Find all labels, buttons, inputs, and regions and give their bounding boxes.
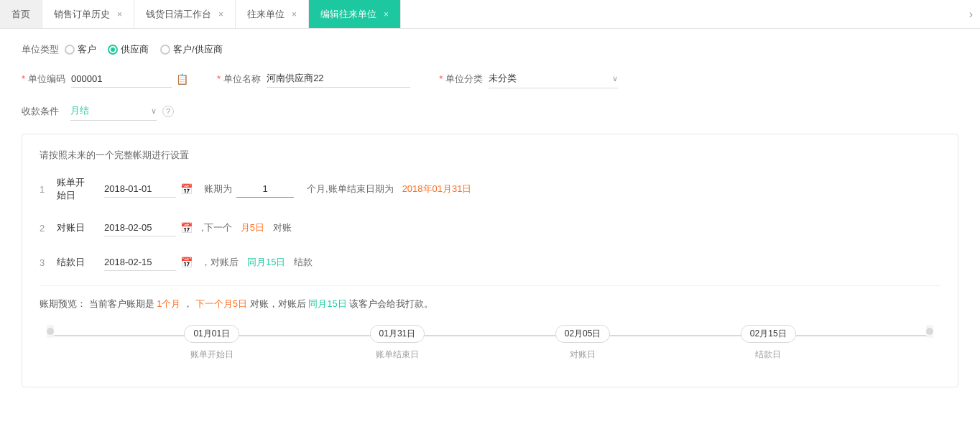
- unit-category-dropdown[interactable]: 未分类 ∨: [489, 69, 618, 88]
- tab-sales-history-label: 销售订单历史: [54, 8, 110, 21]
- unit-code-group: * 单位编码 📋: [22, 70, 188, 88]
- period-row-1: 1 账单开始日 📅 账期为 个月,账单结束日期为 2018年01月31日: [40, 176, 940, 202]
- timeline-node-4: 02月15日 结款日: [741, 325, 796, 361]
- unit-code-required: *: [22, 73, 25, 84]
- unit-name-input[interactable]: [267, 70, 410, 88]
- period-desc-suffix-1: 个月,账单结束日期为: [307, 183, 394, 196]
- period-reconcile-calendar-icon[interactable]: 📅: [180, 222, 193, 234]
- payment-term-row: 收款条件 月结 ∨ ?: [22, 101, 958, 121]
- period-type-label-2: 对账日: [57, 221, 93, 234]
- radio-customer-circle: [65, 45, 75, 55]
- main-content: 单位类型 客户 供应商 客户/供应商 * 单位编码 📋 * 单位名称: [0, 29, 980, 437]
- tab-sales-history-close[interactable]: ×: [117, 9, 122, 19]
- unit-type-row: 单位类型 客户 供应商 客户/供应商: [22, 43, 958, 56]
- unit-category-value: 未分类: [489, 72, 608, 85]
- period-months-input[interactable]: [236, 180, 294, 198]
- preview-text-suffix: 该客户会给我打款。: [349, 298, 433, 309]
- timeline-right-dot: [926, 328, 933, 335]
- preview-text-mid2: 对账，对账后: [250, 298, 306, 309]
- period-type-label-3: 结款日: [57, 256, 93, 269]
- tab-sales-history[interactable]: 销售订单历史 ×: [42, 0, 134, 28]
- period-settings-box: 请按照未来的一个完整帐期进行设置 1 账单开始日 📅 账期为 个月,账单结束日期…: [22, 134, 958, 387]
- preview-settle-date: 同月15日: [308, 298, 346, 309]
- tab-bar: 首页 销售订单历史 × 钱货日清工作台 × 往来单位 × 编辑往来单位 × ›: [0, 0, 980, 29]
- unit-category-label: 单位分类: [445, 73, 483, 86]
- radio-supplier-circle: [108, 45, 118, 55]
- payment-term-label: 收款条件: [22, 105, 59, 118]
- timeline-items: 01月01日 账单开始日 01月31日 账单结束日 02月05日 对账日: [47, 325, 933, 361]
- unit-code-input[interactable]: [71, 70, 172, 88]
- radio-both-circle: [160, 45, 170, 55]
- period-settle-day-highlight: 同月15日: [247, 256, 285, 269]
- timeline-right-endpoint: [926, 325, 933, 338]
- tab-home-label: 首页: [11, 8, 30, 21]
- unit-category-group: * 单位分类 未分类 ∨: [439, 69, 618, 88]
- radio-supplier[interactable]: 供应商: [108, 43, 149, 56]
- tab-cash-work-label: 钱货日清工作台: [146, 8, 211, 21]
- tab-edit-partner-close[interactable]: ×: [384, 9, 389, 19]
- tab-partner-label: 往来单位: [247, 8, 285, 21]
- unit-name-required: *: [217, 73, 221, 84]
- period-settle-calendar-icon[interactable]: 📅: [180, 257, 193, 268]
- preview-period-months: 1个月: [157, 298, 180, 309]
- tab-home[interactable]: 首页: [0, 0, 42, 28]
- help-icon[interactable]: ?: [162, 106, 174, 117]
- period-row-3: 3 结款日 📅 ，对账后 同月15日 结款: [40, 254, 940, 271]
- timeline-left-dot: [47, 328, 54, 335]
- radio-both[interactable]: 客户/供应商: [160, 43, 223, 56]
- timeline-node-1: 01月01日 账单开始日: [184, 325, 239, 361]
- preview-section: 账期预览： 当前客户账期是 1个月 ， 下一个月5日 对账，对账后 同月15日 …: [40, 285, 940, 372]
- period-num-2: 2: [40, 223, 57, 234]
- unit-fields-row: * 单位编码 📋 * 单位名称 * 单位分类 未分类 ∨: [22, 69, 958, 88]
- period-desc-suffix-2: 对账: [273, 221, 292, 234]
- unit-name-label: 单位名称: [223, 73, 261, 86]
- tab-partner-close[interactable]: ×: [292, 9, 297, 19]
- radio-customer-label: 客户: [78, 43, 96, 56]
- period-settle-date-input[interactable]: [104, 254, 176, 271]
- period-desc-prefix-3: ，对账后: [201, 256, 239, 269]
- period-start-calendar-icon[interactable]: 📅: [180, 183, 193, 195]
- timeline-badge-1: 01月01日: [184, 325, 239, 343]
- tab-cash-work-close[interactable]: ×: [218, 9, 223, 19]
- tab-partner[interactable]: 往来单位 ×: [236, 0, 309, 28]
- timeline-label-2: 账单结束日: [376, 349, 419, 361]
- radio-supplier-label: 供应商: [121, 43, 149, 56]
- timeline-label-1: 账单开始日: [190, 349, 234, 361]
- timeline-badge-3: 02月05日: [555, 325, 611, 343]
- period-desc-prefix-1: 账期为: [204, 183, 232, 196]
- unit-code-calendar-icon[interactable]: 📋: [176, 73, 188, 85]
- timeline-label-3: 对账日: [570, 349, 596, 361]
- timeline-node-3: 02月05日 对账日: [555, 325, 611, 361]
- period-reconcile-day-highlight: 月5日: [241, 221, 264, 234]
- period-end-date-highlight: 2018年01月31日: [402, 183, 472, 196]
- preview-text-mid1: ，: [183, 298, 193, 309]
- timeline-label-4: 结款日: [755, 349, 781, 361]
- radio-customer[interactable]: 客户: [65, 43, 96, 56]
- payment-term-dropdown[interactable]: 月结 ∨: [70, 101, 157, 121]
- period-desc-prefix-2: ,下一个: [201, 221, 232, 234]
- preview-label: 账期预览：: [40, 298, 86, 309]
- timeline-left-endpoint: [47, 325, 54, 338]
- payment-term-arrow: ∨: [151, 106, 157, 116]
- unit-type-radio-group: 客户 供应商 客户/供应商: [65, 43, 223, 56]
- tab-edit-partner-label: 编辑往来单位: [320, 8, 376, 21]
- timeline-container: 01月01日 账单开始日 01月31日 账单结束日 02月05日 对账日: [40, 325, 940, 361]
- period-box-title: 请按照未来的一个完整帐期进行设置: [40, 149, 940, 162]
- tab-more-button[interactable]: ›: [962, 0, 980, 28]
- unit-code-label: 单位编码: [28, 73, 65, 86]
- period-type-label-1: 账单开始日: [57, 176, 93, 202]
- period-reconcile-date-input[interactable]: [104, 219, 176, 236]
- period-start-date-input[interactable]: [104, 180, 176, 198]
- unit-category-required: *: [439, 73, 443, 84]
- preview-text-prefix: 当前客户账期是: [89, 298, 154, 309]
- preview-text: 账期预览： 当前客户账期是 1个月 ， 下一个月5日 对账，对账后 同月15日 …: [40, 298, 940, 310]
- timeline-badge-4: 02月15日: [741, 325, 796, 343]
- unit-type-label: 单位类型: [22, 43, 59, 56]
- period-row-2: 2 对账日 📅 ,下一个 月5日 对账: [40, 219, 940, 236]
- preview-next-date: 下一个月5日: [195, 298, 247, 309]
- period-num-3: 3: [40, 257, 57, 268]
- tab-cash-work[interactable]: 钱货日清工作台 ×: [134, 0, 236, 28]
- radio-both-label: 客户/供应商: [173, 43, 223, 56]
- unit-category-arrow: ∨: [612, 74, 618, 83]
- tab-edit-partner[interactable]: 编辑往来单位 ×: [309, 0, 401, 28]
